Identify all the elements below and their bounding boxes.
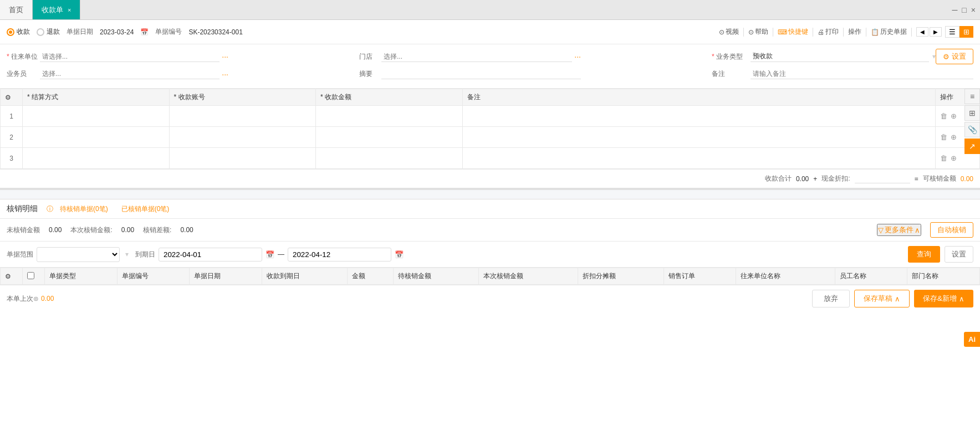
summary-input[interactable] [381,69,581,79]
video-label: 视频 [726,27,739,37]
row-1-settlement-input[interactable] [23,106,169,126]
done-tab[interactable]: 已核销单据(0笔) [121,204,170,214]
row-1-remark[interactable] [462,106,935,127]
salesman-more-icon[interactable]: ··· [222,70,228,79]
next-arrow[interactable]: ▶ [930,27,942,37]
save-draft-button[interactable]: 保存草稿 ∧ [854,290,910,307]
row-2-amount-input[interactable] [316,127,462,147]
row-3-remark-input[interactable] [463,148,935,168]
radio-receive[interactable]: 收款 [7,27,30,37]
row-1-amount[interactable] [316,106,463,127]
settings-button[interactable]: ⚙ 设置 [936,49,973,64]
radio-refund[interactable]: 退款 [37,27,60,37]
auto-verify-label: 自动核销 [937,225,966,234]
discount-input[interactable] [855,175,910,183]
rp-grid-icon[interactable]: ⊞ [964,105,980,121]
grid-view-btn[interactable]: ⊞ [959,26,973,38]
list-view-btn[interactable]: ☰ [945,26,959,38]
video-icon: ⊙ [719,28,724,36]
row-1-delete-icon[interactable]: 🗑 [940,112,947,120]
discard-button[interactable]: 放弃 [812,290,850,307]
divider4 [843,28,844,37]
select-all-checkbox[interactable] [27,272,34,279]
filter-settings-button[interactable]: 设置 [945,246,973,263]
row-2-copy-icon[interactable]: ⊕ [951,133,957,141]
row-1-settlement[interactable] [23,106,170,127]
window-close-button[interactable]: × [971,6,976,14]
auto-verify-button[interactable]: 自动核销 [930,222,973,238]
row-3-account[interactable] [169,148,316,169]
remark-input[interactable] [751,69,973,79]
help-button[interactable]: ⊙ 帮助 [748,27,768,37]
salesman-input[interactable] [40,69,220,79]
row-2-account-input[interactable] [170,127,316,147]
col-settings-header[interactable]: ⚙ [1,89,23,106]
operations-button[interactable]: 操作 [848,27,861,37]
pending-tab[interactable]: 待核销单据(0笔) [60,204,108,214]
date-to-input[interactable] [288,248,391,261]
date-from-input[interactable] [159,248,262,261]
help-icon: ⊙ [748,28,754,36]
shortcut-button[interactable]: ⌨ 快捷键 [778,27,808,37]
remark-label: 备注 [712,69,751,79]
save-draft-label: 保存草稿 [864,294,892,304]
row-2-remark[interactable] [462,127,935,148]
due-date-label: 到期日 [135,250,155,259]
tab-home[interactable]: 首页 [0,0,33,19]
more-conditions-button[interactable]: ▽ 更多条件 ∧ [877,224,921,236]
range-select[interactable] [37,247,120,262]
row-2-amount[interactable] [316,127,463,148]
counterpart-field: 往来单位 ··· [7,52,228,62]
history-button[interactable]: 📋 历史单据 [871,27,907,37]
row-3-copy-icon[interactable]: ⊕ [951,154,957,162]
row-3-settlement-input[interactable] [23,148,169,168]
row-3-settlement[interactable] [23,148,170,169]
save-new-button[interactable]: 保存&新增 ∧ [914,290,973,307]
tab-close-icon[interactable]: × [68,7,71,13]
bottom-col-amount: 金额 [348,268,393,285]
window-max-button[interactable]: □ [962,6,966,14]
video-button[interactable]: ⊙ 视频 [719,27,739,37]
ai-badge[interactable]: Ai [964,332,980,347]
store-more-icon[interactable]: ··· [574,52,581,61]
row-3-remark[interactable] [462,148,935,169]
print-button[interactable]: 🖨 打印 [818,27,839,37]
row-2-settlement[interactable] [23,127,170,148]
date-from-calendar-icon[interactable]: 📅 [266,250,274,259]
prev-arrow[interactable]: ◀ [916,27,928,37]
rp-table-icon[interactable]: ≡ [964,89,980,104]
bottom-col-settings[interactable]: ⚙ [1,268,23,285]
row-3-amount[interactable] [316,148,463,169]
window-min-button[interactable]: ─ [952,6,957,14]
row-3-account-input[interactable] [170,148,316,168]
row-2-num: 2 [1,127,23,148]
row-1-account-input[interactable] [170,106,316,126]
query-button[interactable]: 查询 [908,246,940,263]
rp-attach-icon[interactable]: 📎 [964,122,980,137]
row-2-settlement-input[interactable] [23,127,169,147]
counterpart-input[interactable] [40,52,220,62]
biz-type-input[interactable] [751,52,929,62]
row-1-copy-icon[interactable]: ⊕ [951,112,957,120]
rp-expand-icon[interactable]: ↗ [964,139,980,154]
date-to-calendar-icon[interactable]: 📅 [395,250,404,259]
unchecked-value: 0.00 [49,226,62,234]
row-1-account[interactable] [169,106,316,127]
row-3-delete-icon[interactable]: 🗑 [940,154,947,162]
tab-active[interactable]: 收款单 × [33,0,80,19]
verify-info-icon[interactable]: ⓘ [47,204,53,214]
shortcut-label: 快捷键 [788,27,808,37]
nav-arrows: ◀ ▶ [916,27,942,37]
row-2-remark-input[interactable] [463,127,935,147]
biz-type-label: 业务类型 [712,52,751,61]
row-2-account[interactable] [169,127,316,148]
radio-group: 收款 退款 [7,27,60,37]
bottom-col-number: 单据编号 [117,268,190,285]
store-input[interactable] [381,52,572,62]
row-3-amount-input[interactable] [316,148,462,168]
calendar-icon[interactable]: 📅 [140,28,149,36]
row-1-amount-input[interactable] [316,106,462,126]
row-2-delete-icon[interactable]: 🗑 [940,133,947,141]
counterpart-more-icon[interactable]: ··· [222,52,228,61]
row-1-remark-input[interactable] [463,106,935,126]
